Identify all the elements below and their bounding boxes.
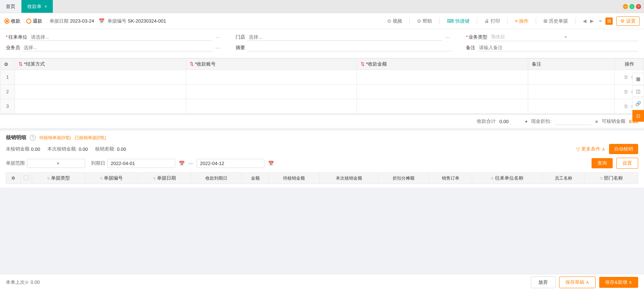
- summary-label: 摘要: [236, 44, 245, 51]
- range-select[interactable]: ▾: [27, 159, 85, 168]
- right-panel-btn-2[interactable]: ◫: [632, 85, 644, 97]
- more-filter-btn[interactable]: ▽ 更多条件 ∧: [576, 146, 605, 152]
- row3-amount[interactable]: [357, 99, 528, 114]
- th-doc-date: ⇅ 单据日期: [138, 173, 191, 184]
- settings-label: 设置: [626, 18, 636, 24]
- video-action[interactable]: ⊙ 视频: [387, 18, 402, 24]
- due-end-calendar-icon[interactable]: 📅: [268, 161, 274, 166]
- counterparty-input[interactable]: [30, 34, 213, 41]
- settings-button2[interactable]: 设置: [616, 158, 638, 169]
- save-new-label: 保存&新增: [605, 279, 627, 286]
- row3-delete-icon[interactable]: 🗑: [624, 103, 628, 109]
- row2-delete-icon[interactable]: 🗑: [624, 89, 628, 94]
- row3-settlement[interactable]: [15, 99, 186, 114]
- footer-actions: 放弃 保存草稿 ∧ 保存&新增 ∧: [531, 277, 638, 288]
- print-action[interactable]: 🖨 打印: [484, 18, 500, 24]
- range-label: 单据范围: [6, 160, 25, 166]
- discount-input[interactable]: [555, 118, 592, 125]
- divider3: [477, 17, 477, 25]
- th-doc-number: ⇅ 单据编号: [85, 173, 138, 184]
- store-input[interactable]: [247, 34, 443, 41]
- writeoff-info-icon[interactable]: ?: [30, 135, 36, 141]
- due-start-input[interactable]: [107, 159, 175, 168]
- print-icon: 🖨: [484, 18, 489, 24]
- tab-close-icon[interactable]: ×: [44, 4, 47, 9]
- save-draft-button[interactable]: 保存草稿 ∧: [559, 277, 596, 288]
- select-all-checkbox[interactable]: [24, 175, 29, 180]
- staff-input[interactable]: [22, 44, 213, 51]
- discard-button[interactable]: 放弃: [531, 277, 555, 288]
- due-start-calendar-icon[interactable]: 📅: [179, 161, 185, 166]
- query-button[interactable]: 查询: [592, 158, 613, 168]
- help-action[interactable]: ⊙ 帮助: [417, 18, 432, 24]
- number-label: 单据编号: [107, 18, 126, 24]
- nav-left-icon[interactable]: ◀: [583, 18, 586, 24]
- calendar-icon[interactable]: 📅: [99, 18, 105, 24]
- stats-row: 未核销金额 0.00 本次核销金额: 0.00 核销差额: 0.00 ▽ 更多条…: [6, 144, 638, 154]
- counterparty-more-btn[interactable]: ···: [214, 34, 221, 40]
- history-action[interactable]: ⊞ 历史单据: [543, 18, 568, 24]
- row3-account[interactable]: [186, 99, 357, 114]
- store-field: 门店 ···: [236, 34, 451, 41]
- th-gear-bottom[interactable]: ⚙: [6, 173, 21, 184]
- tab-current[interactable]: 收款单 ×: [21, 0, 53, 13]
- summary-row: 收款合计 0.00 + 现金折扣: = 可核销金额 0.00: [0, 114, 644, 128]
- store-more-btn[interactable]: ···: [444, 34, 451, 40]
- grid-view-icon[interactable]: ⊞: [605, 17, 613, 25]
- operation-action[interactable]: ≡ 操作: [515, 18, 529, 24]
- shortcut-action[interactable]: ⌨ 快捷键: [447, 18, 470, 24]
- th-settlement: ⇅ *结算方式: [15, 59, 186, 70]
- row2-remark[interactable]: [528, 85, 614, 99]
- row2-settlement[interactable]: [15, 85, 186, 99]
- row2-amount[interactable]: [357, 85, 528, 99]
- window-maximize-button[interactable]: □: [629, 4, 635, 9]
- th-gear[interactable]: ⚙: [0, 59, 15, 70]
- help-label: 帮助: [423, 18, 432, 24]
- row2-account[interactable]: [186, 85, 357, 99]
- sort-icon-dept[interactable]: ⇅: [600, 176, 603, 180]
- sort-icon-type[interactable]: ⇅: [47, 176, 50, 180]
- right-panel-btn-3[interactable]: 🔗: [632, 98, 644, 109]
- gear-icon: ⚙: [4, 62, 8, 67]
- date-label: 单据日期: [50, 18, 68, 24]
- row1-delete-icon[interactable]: 🗑: [624, 74, 628, 80]
- shortcut-icon: ⌨: [447, 18, 454, 24]
- done-tab[interactable]: 已核销单据(0笔): [75, 135, 106, 141]
- sort-icon-counterparty[interactable]: ⇅: [491, 176, 494, 180]
- writeoff-section: 核销明细 ? 待核销单据(0笔) 已核销单据(0笔) 未核销金额 0.00 本次…: [0, 131, 644, 188]
- settings-icon: ⚙: [620, 18, 625, 24]
- right-panel-btn-1[interactable]: ▦: [632, 73, 644, 85]
- divider6: [575, 17, 576, 25]
- pending-tab[interactable]: 待核销单据(0笔): [39, 135, 71, 141]
- save-new-button[interactable]: 保存&新增 ∧: [599, 277, 638, 288]
- window-minimize-button[interactable]: —: [623, 4, 628, 9]
- due-end-input[interactable]: [197, 159, 264, 168]
- shortcut-label: 快捷键: [455, 18, 470, 24]
- auto-writeoff-button[interactable]: 自动核销: [609, 144, 638, 154]
- row1-amount[interactable]: [357, 70, 528, 85]
- summary-field: 摘要: [236, 44, 451, 51]
- radio-tuikuan[interactable]: 退款: [26, 18, 42, 24]
- form-section: * 往来单位 ··· 门店 ··· * 业务类型 预收款 ▾ 业务员 ··· 摘…: [0, 29, 644, 58]
- sort-icon-number[interactable]: ⇅: [100, 176, 103, 180]
- sort-icon-date[interactable]: ⇅: [153, 176, 156, 180]
- row1-settlement[interactable]: [15, 70, 186, 85]
- settings-button[interactable]: ⚙ 设置: [616, 16, 640, 26]
- business-type-select[interactable]: 预收款 ▾: [490, 33, 638, 41]
- video-icon: ⊙: [387, 18, 391, 24]
- radio-tuikuan-label: 退款: [33, 18, 42, 24]
- radio-shoukuan[interactable]: 收款: [4, 18, 20, 24]
- right-panel-btn-4[interactable]: ⊡: [632, 110, 644, 122]
- th-checkbox: [21, 173, 32, 184]
- nav-right-icon[interactable]: ▶: [590, 18, 594, 24]
- tab-home[interactable]: 首页: [0, 0, 21, 13]
- list-view-icon[interactable]: ≡: [599, 18, 602, 24]
- row3-remark[interactable]: [528, 99, 614, 114]
- summary-input[interactable]: [247, 44, 451, 51]
- tab-home-label: 首页: [6, 3, 15, 10]
- window-close-button[interactable]: ×: [636, 4, 641, 9]
- row1-remark[interactable]: [528, 70, 614, 85]
- remark-input[interactable]: [478, 44, 638, 51]
- staff-more-btn[interactable]: ···: [214, 45, 221, 51]
- row1-account[interactable]: [186, 70, 357, 85]
